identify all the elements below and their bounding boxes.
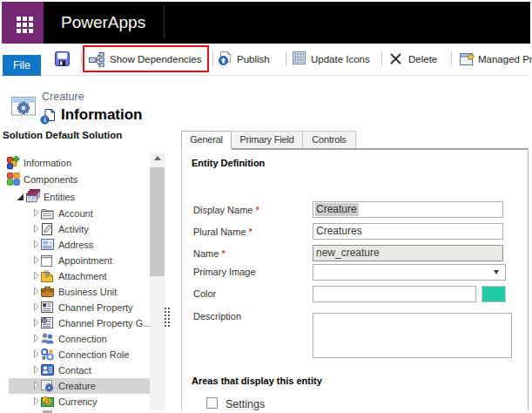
svg-text:$: $	[47, 399, 50, 404]
svg-text:i: i	[44, 116, 45, 124]
